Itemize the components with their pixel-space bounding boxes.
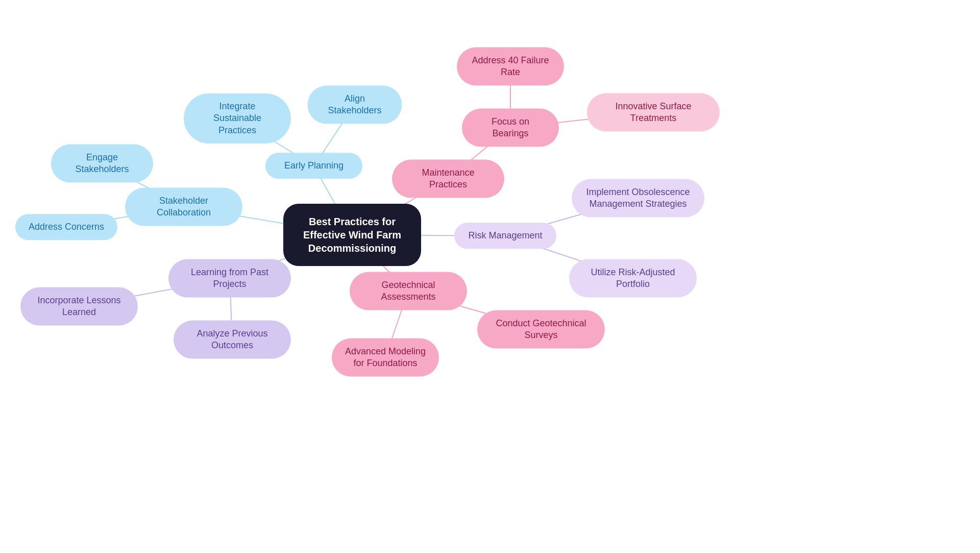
conduct-geotechnical[interactable]: Conduct Geotechnical Surveys (477, 310, 605, 349)
address-concerns[interactable]: Address Concerns (15, 214, 117, 240)
learning-past-projects[interactable]: Learning from Past Projects (168, 259, 291, 298)
engage-stakeholders[interactable]: Engage Stakeholders (51, 145, 153, 183)
implement-obsolescence[interactable]: Implement Obsolescence Management Strate… (572, 179, 704, 218)
maintenance-practices[interactable]: Maintenance Practices (392, 160, 504, 198)
address-40-failure[interactable]: Address 40 Failure Rate (457, 47, 564, 86)
align-stakeholders[interactable]: Align Stakeholders (308, 86, 402, 124)
integrate-sustainable[interactable]: Integrate Sustainable Practices (184, 93, 291, 143)
early-planning[interactable]: Early Planning (265, 153, 362, 179)
geotechnical-assessments[interactable]: Geotechnical Assessments (350, 272, 467, 310)
innovative-surface[interactable]: Innovative Surface Treatments (587, 93, 720, 132)
center-node[interactable]: Best Practices for Effective Wind Farm D… (283, 204, 421, 266)
utilize-risk[interactable]: Utilize Risk-Adjusted Portfolio (569, 259, 697, 298)
incorporate-lessons[interactable]: Incorporate Lessons Learned (20, 287, 138, 326)
risk-management[interactable]: Risk Management (454, 223, 556, 249)
analyze-previous[interactable]: Analyze Previous Outcomes (174, 321, 291, 359)
mindmap-container: Best Practices for Effective Wind Farm D… (0, 0, 980, 553)
focus-on-bearings[interactable]: Focus on Bearings (462, 109, 559, 147)
advanced-modeling[interactable]: Advanced Modeling for Foundations (332, 339, 439, 377)
stakeholder-collaboration[interactable]: Stakeholder Collaboration (125, 188, 242, 226)
